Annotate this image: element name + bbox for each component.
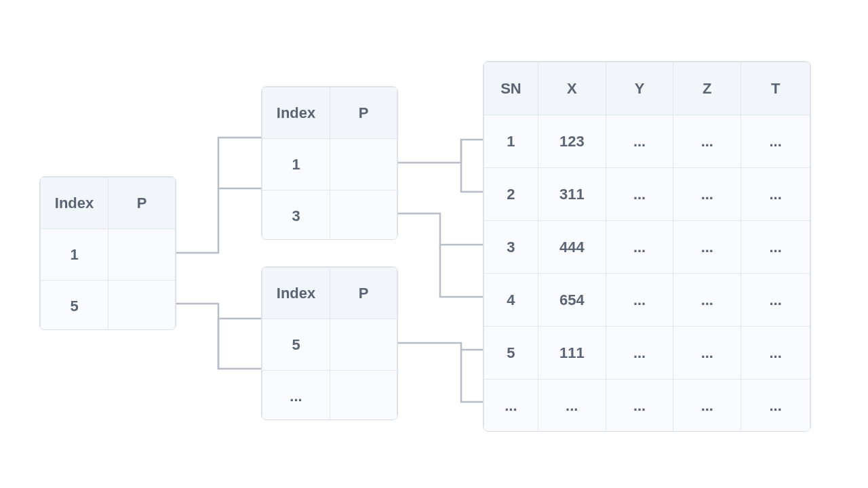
col-header-p: P	[330, 268, 397, 319]
cell-y: ...	[606, 380, 673, 432]
cell-sn: ...	[484, 380, 538, 432]
data-table: SN X Y Z T 1 123 ... ... ... 2 311	[483, 61, 811, 432]
cell-z: ...	[673, 327, 741, 380]
table-row: ...	[262, 371, 397, 421]
table-row: 1 123 ... ... ...	[484, 115, 810, 168]
cell-sn: 4	[484, 274, 538, 327]
table-row: 5	[262, 319, 397, 371]
cell-t: ...	[741, 327, 810, 380]
table-row: 1	[262, 139, 397, 190]
table-row: 5 111 ... ... ...	[484, 327, 810, 380]
table-row: 5	[41, 281, 176, 331]
col-header-index: Index	[262, 87, 330, 139]
index-table-level1-lower: Index P 5 ...	[261, 266, 398, 420]
cell-sn: 5	[484, 327, 538, 380]
cell-y: ...	[606, 115, 673, 168]
col-header-index: Index	[262, 268, 330, 319]
cell-z: ...	[673, 274, 741, 327]
cell-t: ...	[741, 274, 810, 327]
cell-x: 111	[538, 327, 606, 380]
table-row: 3	[262, 190, 397, 241]
col-header-t: T	[741, 62, 810, 115]
cell-index: 3	[262, 190, 330, 241]
cell-pointer	[330, 139, 397, 190]
cell-index: 1	[41, 229, 108, 281]
table-row: 2 311 ... ... ...	[484, 168, 810, 221]
cell-sn: 1	[484, 115, 538, 168]
index-table-level1-upper: Index P 1 3	[261, 86, 398, 240]
cell-z: ...	[673, 380, 741, 432]
cell-x: 654	[538, 274, 606, 327]
col-header-sn: SN	[484, 62, 538, 115]
col-header-y: Y	[606, 62, 673, 115]
cell-index: 5	[41, 281, 108, 331]
col-header-x: X	[538, 62, 606, 115]
cell-sn: 3	[484, 221, 538, 274]
cell-x: 311	[538, 168, 606, 221]
cell-z: ...	[673, 221, 741, 274]
cell-t: ...	[741, 115, 810, 168]
cell-y: ...	[606, 274, 673, 327]
cell-sn: 2	[484, 168, 538, 221]
cell-t: ...	[741, 380, 810, 432]
col-header-p: P	[108, 178, 176, 229]
table-row: ... ... ... ... ...	[484, 380, 810, 432]
cell-pointer	[108, 281, 176, 331]
cell-pointer	[108, 229, 176, 281]
cell-pointer	[330, 319, 397, 371]
col-header-z: Z	[673, 62, 741, 115]
table-row: 1	[41, 229, 176, 281]
cell-t: ...	[741, 168, 810, 221]
cell-x: 123	[538, 115, 606, 168]
cell-index: 5	[262, 319, 330, 371]
cell-x: ...	[538, 380, 606, 432]
cell-x: 444	[538, 221, 606, 274]
cell-index: 1	[262, 139, 330, 190]
cell-pointer	[330, 190, 397, 241]
index-table-level0: Index P 1 5	[39, 176, 176, 330]
cell-z: ...	[673, 115, 741, 168]
col-header-p: P	[330, 87, 397, 139]
cell-y: ...	[606, 221, 673, 274]
cell-pointer	[330, 371, 397, 421]
cell-z: ...	[673, 168, 741, 221]
cell-t: ...	[741, 221, 810, 274]
cell-index: ...	[262, 371, 330, 421]
cell-y: ...	[606, 327, 673, 380]
diagram-canvas: Index P 1 5 Index P	[0, 0, 868, 488]
table-row: 3 444 ... ... ...	[484, 221, 810, 274]
table-row: 4 654 ... ... ...	[484, 274, 810, 327]
cell-y: ...	[606, 168, 673, 221]
col-header-index: Index	[41, 178, 108, 229]
